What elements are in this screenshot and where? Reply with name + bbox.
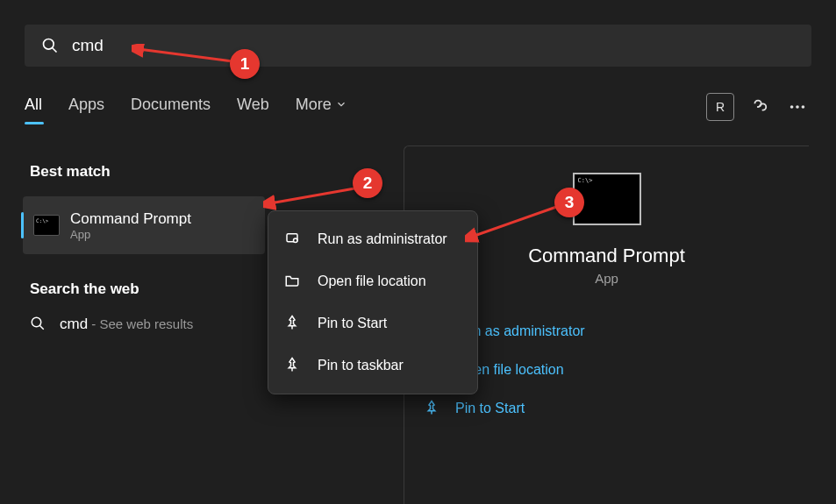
tab-web[interactable]: Web <box>237 96 269 119</box>
ctx-pin-start[interactable]: Pin to Start <box>268 302 477 344</box>
web-result-query: cmd <box>60 316 88 332</box>
best-match-result[interactable]: C:\> Command Prompt App <box>23 196 265 254</box>
tab-apps[interactable]: Apps <box>68 96 104 119</box>
ctx-item-label: Pin to Start <box>318 316 387 331</box>
account-button[interactable]: R <box>706 93 734 121</box>
detail-action-open-location[interactable]: Open file location <box>424 351 809 389</box>
svg-point-5 <box>32 317 41 327</box>
pin-icon <box>284 357 302 374</box>
tab-more[interactable]: More <box>296 96 347 119</box>
web-result-suffix: - See web results <box>88 316 193 331</box>
detail-action-run-admin[interactable]: Run as administrator <box>424 312 809 351</box>
command-prompt-icon: C:\> <box>33 215 60 236</box>
tab-more-label: More <box>296 96 332 114</box>
context-menu: Run as administrator Open file location … <box>268 210 478 394</box>
annotation-badge-1: 1 <box>230 49 260 79</box>
annotation-badge-2: 2 <box>353 168 382 198</box>
more-horizontal-icon <box>788 97 807 117</box>
chevron-down-icon <box>335 98 347 110</box>
search-icon <box>40 36 60 55</box>
tab-all[interactable]: All <box>25 96 42 119</box>
svg-line-15 <box>270 188 360 203</box>
ctx-item-label: Pin to taskbar <box>318 358 404 373</box>
chat-icon <box>749 97 768 117</box>
result-subtitle: App <box>70 228 191 241</box>
tab-documents[interactable]: Documents <box>131 96 211 119</box>
svg-line-6 <box>39 325 44 330</box>
svg-point-0 <box>44 39 54 50</box>
pin-icon <box>424 400 441 417</box>
ctx-open-location[interactable]: Open file location <box>268 260 477 302</box>
search-icon <box>30 316 47 333</box>
result-title: Command Prompt <box>70 210 191 228</box>
annotation-badge-3: 3 <box>554 188 584 217</box>
ctx-run-admin[interactable]: Run as administrator <box>268 218 477 260</box>
chat-button[interactable] <box>745 93 773 121</box>
search-input[interactable] <box>72 36 796 55</box>
svg-line-1 <box>53 48 57 53</box>
pin-icon <box>284 315 302 332</box>
best-match-heading: Best match <box>30 163 111 181</box>
detail-action-label: Pin to Start <box>455 401 525 416</box>
folder-icon <box>284 273 302 290</box>
svg-point-4 <box>802 105 805 109</box>
ctx-pin-taskbar[interactable]: Pin to taskbar <box>268 344 477 387</box>
svg-point-3 <box>796 105 799 109</box>
svg-point-11 <box>294 238 298 243</box>
search-web-heading: Search the web <box>30 280 139 298</box>
search-filter-tabs: All Apps Documents Web More R <box>25 89 811 124</box>
shield-icon <box>284 231 302 248</box>
svg-point-2 <box>790 105 794 109</box>
web-result-item[interactable]: cmd - See web results <box>30 316 193 333</box>
detail-action-pin-start[interactable]: Pin to Start <box>424 389 809 428</box>
more-button[interactable] <box>783 93 811 121</box>
search-bar[interactable] <box>25 25 811 67</box>
ctx-item-label: Open file location <box>318 273 426 289</box>
ctx-item-label: Run as administrator <box>318 231 447 247</box>
